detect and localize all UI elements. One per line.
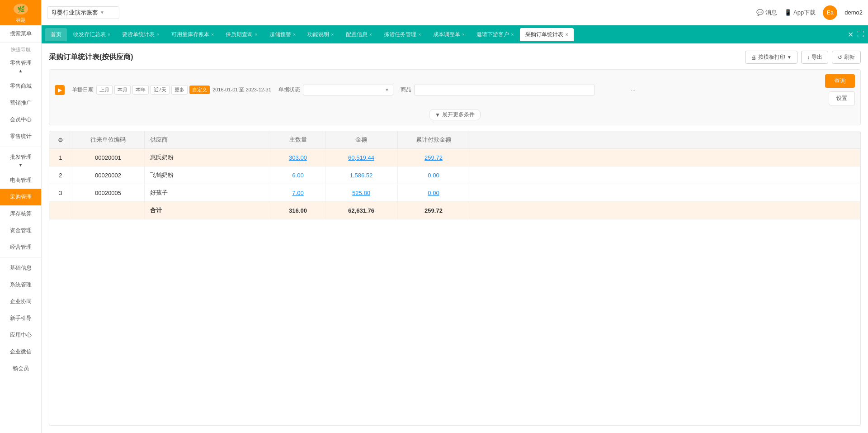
refresh-button[interactable]: ↺ 刷新 — [832, 51, 861, 64]
table-row[interactable]: 3 00020005 好孩子 7.00 525.80 0.00 — [49, 184, 860, 202]
quantity-link[interactable]: 6.00 — [292, 172, 303, 179]
date-btn-more[interactable]: 更多 — [171, 85, 188, 95]
tab-close-icon[interactable]: × — [331, 32, 334, 37]
tab-close-icon[interactable]: × — [211, 32, 214, 37]
amount-link[interactable]: 60,519.44 — [348, 154, 374, 161]
print-button[interactable]: 🖨 按模板打印 ▼ — [745, 51, 797, 64]
page-actions: 🖨 按模板打印 ▼ ↓ 导出 ↺ 刷新 — [745, 51, 861, 64]
sidebar-item-inventory[interactable]: 库存核算 — [0, 205, 41, 222]
goods-input[interactable]: ··· — [414, 85, 595, 95]
sidebar-item-enterprise-wechat[interactable]: 企业微信 — [0, 343, 41, 360]
paid-link[interactable]: 259.72 — [425, 154, 443, 161]
date-btn-this-year[interactable]: 本年 — [132, 85, 149, 95]
tab-close-all-icon[interactable]: ✕ — [848, 30, 854, 39]
workspace-selector[interactable]: 母婴行业演示账套 ▼ — [47, 6, 119, 19]
tab-close-icon[interactable]: × — [293, 32, 296, 37]
logo-text: 标题 — [16, 17, 26, 24]
sidebar-item-retail-mgmt[interactable]: 零售管理 ▲ — [0, 55, 41, 78]
sidebar-item-operations[interactable]: 经营管理 — [0, 239, 41, 256]
sidebar-item-member[interactable]: 畅会员 — [0, 360, 41, 377]
table-row[interactable]: 1 00020001 惠氏奶粉 303.00 60,519.44 259.72 — [49, 149, 860, 167]
sidebar-item-label: 企业微信 — [10, 348, 32, 356]
sidebar-item-sys-mgmt[interactable]: 系统管理 — [0, 276, 41, 293]
sidebar-item-retail-stats[interactable]: 零售统计 — [0, 128, 41, 145]
table-row[interactable]: 2 00020002 飞鹤奶粉 6.00 1,586.52 0.00 — [49, 167, 860, 184]
sidebar-item-member-center[interactable]: 会员中心 — [0, 111, 41, 128]
tab-close-icon[interactable]: × — [369, 32, 372, 37]
search-button[interactable]: 查询 — [825, 74, 855, 88]
divider — [0, 147, 41, 147]
settings-button[interactable]: 设置 — [829, 91, 855, 105]
amount-link[interactable]: 1,586.52 — [350, 172, 373, 179]
tab-receive-summary[interactable]: 收发存汇总表 × — [68, 28, 116, 41]
row-index: 3 — [49, 184, 72, 202]
quantity-link[interactable]: 7.00 — [292, 190, 303, 196]
tab-overstock[interactable]: 超储预警 × — [264, 28, 301, 41]
col-header-extra — [470, 131, 860, 149]
filter-expand-button[interactable]: ▶ — [55, 85, 65, 95]
status-select[interactable]: ▼ — [303, 85, 393, 95]
goods-more-icon: ··· — [631, 87, 636, 93]
paid-link[interactable]: 0.00 — [428, 172, 439, 179]
row-amount: 1,586.52 — [325, 167, 397, 184]
tab-shelf-life[interactable]: 保质期查询 × — [220, 28, 263, 41]
table-settings-icon[interactable]: ⚙ — [58, 137, 63, 143]
sidebar-item-app-center[interactable]: 应用中心 — [0, 327, 41, 343]
app-download-btn[interactable]: 📱 App下载 — [784, 9, 816, 17]
date-btn-last-month[interactable]: 上月 — [96, 85, 113, 95]
tab-available-stock[interactable]: 可用量库存账本 × — [166, 28, 219, 41]
sidebar-item-marketing[interactable]: 营销推广 — [0, 95, 41, 111]
date-custom-tag: 自定义 — [189, 86, 210, 94]
sidebar-item-label: 采购管理 — [10, 193, 32, 201]
tab-invite-customer[interactable]: 邀请下游客户 × — [471, 28, 519, 41]
sidebar-item-finance[interactable]: 资金管理 — [0, 222, 41, 239]
tab-close-icon[interactable]: × — [156, 32, 159, 37]
username-label[interactable]: demo2 — [844, 9, 863, 16]
sidebar-search[interactable]: 搜索菜单 — [0, 25, 41, 43]
col-header-supplier: 供应商 — [144, 131, 271, 149]
tab-close-icon[interactable]: × — [565, 32, 568, 37]
tab-maximize-icon[interactable]: ⛶ — [857, 30, 864, 38]
status-filter: 单据状态 ▼ — [278, 85, 393, 95]
tab-close-icon[interactable]: × — [511, 32, 514, 37]
topbar: 母婴行业演示账套 ▼ 💬 消息 📱 App下载 Ea demo2 — [42, 0, 868, 25]
tab-close-icon[interactable]: × — [108, 32, 110, 37]
tab-function-desc[interactable]: 功能说明 × — [302, 28, 339, 41]
tab-requisition-stats[interactable]: 要货单统计表 × — [117, 28, 165, 41]
tab-purchase-order-stats[interactable]: 采购订单统计表 × — [520, 28, 573, 41]
export-button[interactable]: ↓ 导出 — [801, 51, 828, 64]
expand-more-button[interactable]: ▼ 展开更多条件 — [429, 109, 481, 120]
sidebar-item-basic-info[interactable]: 基础信息 — [0, 260, 41, 276]
quantity-link[interactable]: 303.00 — [289, 154, 307, 161]
main-area: 母婴行业演示账套 ▼ 💬 消息 📱 App下载 Ea demo2 首页 收发存汇… — [42, 0, 868, 433]
date-btn-7days[interactable]: 近7天 — [151, 85, 170, 95]
sidebar-item-ecommerce[interactable]: 电商管理 — [0, 172, 41, 189]
sidebar-item-label: 企业协同 — [10, 298, 32, 305]
svg-text:🌿: 🌿 — [17, 5, 25, 13]
paid-link[interactable]: 0.00 — [428, 190, 439, 196]
expand-arrow-icon: ▼ — [19, 162, 23, 167]
tab-home[interactable]: 首页 — [45, 28, 67, 41]
row-paid: 259.72 — [397, 149, 470, 167]
tab-pick-task[interactable]: 拣货任务管理 × — [378, 28, 426, 41]
date-range-display: 2016-01-01 至 2023-12-31 — [212, 86, 271, 93]
avatar[interactable]: Ea — [823, 5, 837, 20]
goods-filter: 商品 ··· — [401, 85, 595, 95]
footer-paid: 259.72 — [397, 202, 470, 219]
footer-label: 合计 — [144, 202, 271, 219]
sidebar-item-enterprise[interactable]: 企业协同 — [0, 293, 41, 310]
tab-close-icon[interactable]: × — [255, 32, 257, 37]
tab-close-icon[interactable]: × — [462, 32, 465, 37]
sidebar-item-retail-mall[interactable]: 零售商城 — [0, 78, 41, 95]
sidebar-item-wholesale[interactable]: 批发管理 ▼ — [0, 149, 41, 172]
tab-close-icon[interactable]: × — [418, 32, 421, 37]
amount-link[interactable]: 525.80 — [352, 190, 370, 196]
date-btn-this-month[interactable]: 本月 — [114, 85, 131, 95]
tab-cost-adjust[interactable]: 成本调整单 × — [428, 28, 470, 41]
row-paid: 0.00 — [397, 184, 470, 202]
sidebar-item-purchase[interactable]: 采购管理 — [0, 189, 41, 205]
sidebar-item-new-guide[interactable]: 新手引导 — [0, 310, 41, 327]
col-header-settings[interactable]: ⚙ — [49, 131, 72, 149]
tab-config-info[interactable]: 配置信息 × — [340, 28, 377, 41]
message-btn[interactable]: 💬 消息 — [756, 9, 777, 17]
